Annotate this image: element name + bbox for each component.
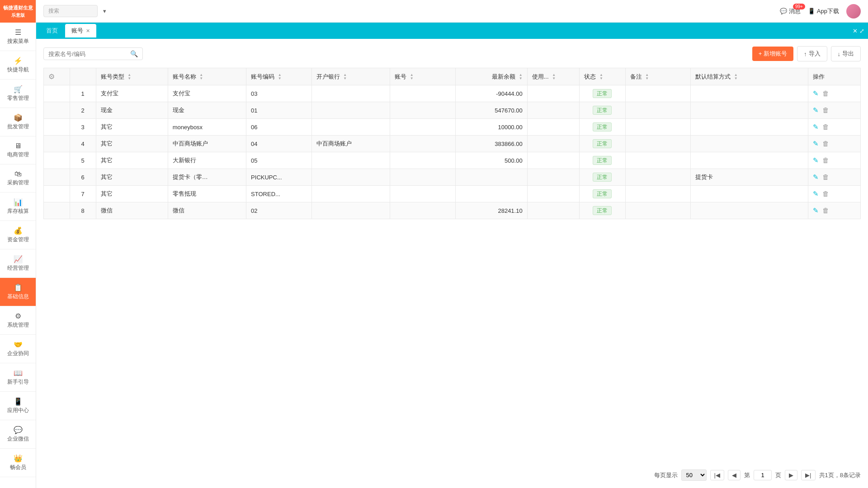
sidebar-item-vip[interactable]: 👑畅会员 (0, 449, 36, 477)
sidebar-item-beginner[interactable]: 📖新手引导 (0, 363, 36, 392)
row-code-0: 03 (246, 85, 312, 102)
row-status-7: 正常 (580, 202, 625, 219)
sidebar-label-sys-mgmt: 系统管理 (7, 321, 29, 329)
action-icons-4: ✎ 🗑 (813, 156, 856, 164)
col-code-sort[interactable]: ▲▼ (278, 73, 282, 80)
row-action-0: ✎ 🗑 (808, 85, 861, 102)
delete-icon-6[interactable]: 🗑 (822, 190, 829, 198)
edit-icon-3[interactable]: ✎ (813, 140, 819, 148)
col-code-label: 账号编码 (251, 73, 274, 80)
edit-icon-5[interactable]: ✎ (813, 173, 819, 181)
status-badge-7: 正常 (593, 206, 612, 215)
app-download-button[interactable]: 📱 App下载 (808, 7, 839, 15)
sidebar-item-wholesale-mgmt[interactable]: 📦批发管理 (0, 108, 36, 136)
col-status-sort[interactable]: ▲▼ (599, 73, 603, 80)
edit-icon-4[interactable]: ✎ (813, 156, 819, 164)
sidebar-item-ops-mgmt[interactable]: 📈经营管理 (0, 249, 36, 278)
row-num-7: 8 (70, 202, 96, 219)
sidebar-item-retail-mgmt[interactable]: 🛒零售管理 (0, 80, 36, 108)
header-dropdown[interactable]: ▾ (103, 8, 106, 14)
col-name-sort[interactable]: ▲▼ (199, 73, 203, 80)
row-type-1: 现金 (96, 102, 168, 119)
row-status-2: 正常 (580, 119, 625, 136)
top-header: 搜索 ▾ 💬 消息 99+ 📱 App下载 (36, 0, 868, 23)
delete-icon-2[interactable]: 🗑 (822, 123, 829, 131)
edit-icon-1[interactable]: ✎ (813, 106, 819, 114)
row-gear-6 (44, 186, 70, 202)
edit-icon-6[interactable]: ✎ (813, 190, 819, 198)
delete-icon-3[interactable]: 🗑 (822, 140, 829, 148)
sidebar-nav: ☰搜索菜单⚡快捷导航🛒零售管理📦批发管理🖥电商管理🛍采购管理📊库存核算💰资金管理… (0, 23, 36, 488)
row-action-1: ✎ 🗑 (808, 102, 861, 119)
sidebar-item-ecom-mgmt[interactable]: 🖥电商管理 (0, 136, 36, 164)
row-status-6: 正常 (580, 186, 625, 202)
delete-icon-7[interactable]: 🗑 (822, 206, 829, 215)
row-num-4: 5 (70, 152, 96, 169)
tab-account-close[interactable]: ✕ (86, 28, 90, 34)
delete-icon-4[interactable]: 🗑 (822, 156, 829, 164)
sidebar-item-purchase-mgmt[interactable]: 🛍采购管理 (0, 164, 36, 192)
sidebar-item-search-menu[interactable]: ☰搜索菜单 (0, 23, 36, 51)
per-page-select[interactable]: 50 100 200 (681, 469, 707, 481)
page-label: 第 (744, 471, 750, 479)
tab-home[interactable]: 首页 (40, 24, 64, 38)
row-account-0 (390, 85, 456, 102)
row-num-3: 4 (70, 136, 96, 152)
sidebar-label-ops-mgmt: 经营管理 (7, 264, 29, 272)
user-avatar[interactable] (846, 4, 861, 19)
sidebar-item-app-center[interactable]: 📱应用中心 (0, 392, 36, 420)
delete-icon-1[interactable]: 🗑 (822, 106, 829, 114)
col-note-sort[interactable]: ▲▼ (645, 73, 649, 80)
row-account-4 (390, 152, 456, 169)
sidebar-item-corp-agreement[interactable]: 🤝企业协同 (0, 335, 36, 363)
edit-icon-7[interactable]: ✎ (813, 206, 819, 215)
purchase-mgmt-icon: 🛍 (14, 170, 22, 178)
prev-page-button[interactable]: ◀ (728, 470, 741, 480)
last-page-button[interactable]: ▶| (801, 470, 815, 480)
first-page-button[interactable]: |◀ (710, 470, 724, 480)
export-button[interactable]: ↓ 导出 (831, 46, 861, 61)
row-note-1 (625, 102, 691, 119)
row-balance-2: 10000.00 (455, 119, 527, 136)
sidebar-item-basic-info[interactable]: 📋基础信息 (0, 278, 36, 306)
next-page-button[interactable]: ▶ (785, 470, 797, 480)
col-type-sort[interactable]: ▲▼ (127, 73, 131, 80)
col-use-label: 使用... (532, 73, 549, 80)
message-button[interactable]: 💬 消息 99+ (780, 7, 801, 15)
table-row: 2 现金 现金 01 547670.00 正常 ✎ 🗑 (44, 102, 861, 119)
page-input[interactable] (754, 470, 772, 480)
import-button[interactable]: ↑ 导入 (797, 46, 827, 61)
col-account-sort[interactable]: ▲▼ (410, 73, 414, 80)
col-settlement-sort[interactable]: ▲▼ (734, 73, 738, 80)
add-account-button[interactable]: + 新增账号 (752, 47, 793, 61)
edit-icon-0[interactable]: ✎ (813, 89, 819, 98)
row-account-2 (390, 119, 456, 136)
tab-expand[interactable]: ✕ ⤢ (853, 28, 864, 34)
edit-icon-2[interactable]: ✎ (813, 123, 819, 131)
tab-account[interactable]: 账号 ✕ (65, 24, 96, 38)
row-bank-3: 中百商场账户 (311, 136, 390, 152)
delete-icon-0[interactable]: 🗑 (822, 89, 829, 98)
search-input[interactable] (48, 51, 130, 57)
row-bank-0 (311, 85, 390, 102)
sidebar-item-finance-mgmt[interactable]: 💰资金管理 (0, 221, 36, 249)
sidebar-label-retail-mgmt: 零售管理 (7, 94, 29, 102)
col-balance-sort[interactable]: ▲▼ (519, 73, 523, 80)
search-box[interactable]: 🔍 (43, 47, 143, 60)
row-account-3 (390, 136, 456, 152)
delete-icon-5[interactable]: 🗑 (822, 173, 829, 181)
action-icons-5: ✎ 🗑 (813, 173, 856, 181)
header-search-box[interactable]: 搜索 (43, 5, 98, 17)
row-type-2: 其它 (96, 119, 168, 136)
sidebar-item-sys-mgmt[interactable]: ⚙系统管理 (0, 306, 36, 335)
table-settings-icon[interactable]: ⚙ (48, 73, 55, 80)
sidebar-item-quick-nav[interactable]: ⚡快捷导航 (0, 51, 36, 80)
row-type-5: 其它 (96, 169, 168, 186)
row-use-5 (527, 169, 580, 186)
col-bank-sort[interactable]: ▲▼ (343, 73, 347, 80)
table-row: 7 其它 零售抵现 STORED... 正常 ✎ 🗑 (44, 186, 861, 202)
sidebar-item-corp-wechat[interactable]: 💬企业微信 (0, 420, 36, 449)
row-balance-6 (455, 186, 527, 202)
col-use-sort[interactable]: ▲▼ (552, 73, 556, 80)
sidebar-item-inventory[interactable]: 📊库存核算 (0, 192, 36, 221)
